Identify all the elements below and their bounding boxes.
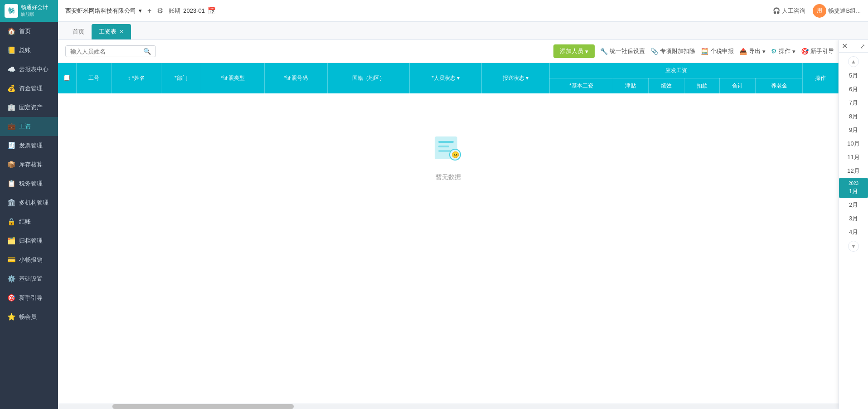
month-item-7月[interactable]: 7月 — [839, 96, 868, 110]
th-performance: 绩效 — [649, 78, 684, 94]
month-item-1月[interactable]: 20231月 — [839, 178, 868, 198]
sidebar-item-settings[interactable]: ⚙️基础设置 — [0, 269, 58, 288]
multi-org-icon: 🏛️ — [7, 199, 15, 207]
home-icon: 🏠 — [7, 27, 15, 35]
add-person-btn[interactable]: 添加人员 ▾ — [553, 44, 595, 58]
month-item-11月[interactable]: 11月 — [839, 151, 868, 164]
panel-close-btn[interactable]: ✕ — [842, 42, 848, 50]
export-btn[interactable]: 📤 导出 ▾ — [739, 47, 766, 55]
export-icon: 📤 — [739, 48, 747, 55]
cloud-report-icon: ☁️ — [7, 65, 15, 73]
social-security-btn[interactable]: 🔧 统一社保设置 — [600, 47, 645, 55]
extra-deduct-icon: 📎 — [650, 48, 658, 55]
th-cert-type: *证照类型 — [201, 63, 265, 93]
operation-btn[interactable]: ⚙ 操作 ▾ — [771, 47, 795, 55]
sidebar-item-fund[interactable]: 💰资金管理 — [0, 79, 58, 98]
svg-rect-2 — [438, 146, 449, 147]
empty-text: 暂无数据 — [436, 173, 461, 181]
month-item-10月[interactable]: 10月 — [839, 137, 868, 151]
month-nav-up[interactable]: ▲ — [848, 56, 859, 67]
sidebar-item-cloud-report[interactable]: ☁️云报表中心 — [0, 60, 58, 79]
close-icon: 🔒 — [7, 218, 15, 226]
th-salary-group: 应发工资 — [549, 63, 802, 78]
month-nav-down[interactable]: ▼ — [848, 241, 859, 252]
sidebar-item-fixed-assets[interactable]: 🏢固定资产 — [0, 98, 58, 117]
sidebar-item-label-inventory: 库存核算 — [19, 161, 43, 169]
fixed-assets-icon: 🏢 — [7, 103, 15, 112]
sidebar-item-tax[interactable]: 📋税务管理 — [0, 174, 58, 193]
th-pension: 养老金 — [756, 78, 803, 94]
settings-btn[interactable]: ⚙ — [157, 6, 163, 15]
sidebar-item-label-multi-org: 多机构管理 — [19, 199, 48, 207]
sidebar-item-archive[interactable]: 🗂️归档管理 — [0, 231, 58, 250]
svg-text:😐: 😐 — [451, 151, 460, 159]
table-header-row1: 工号 ↕ *姓名 *部门 *证照类型 *证照号码 国籍（地区） *人员状态 ▾ … — [58, 63, 839, 78]
company-dropdown-icon: ▾ — [139, 7, 142, 14]
month-list: ▲ 5月6月7月8月9月10月11月12月20231月2月3月4月▼ — [839, 53, 868, 409]
tab-close-salary[interactable]: ✕ — [119, 29, 124, 35]
invoice-icon: 🧾 — [7, 141, 15, 150]
personal-tax-btn[interactable]: 🧮 个税申报 — [701, 47, 734, 55]
company-selector[interactable]: 西安虾米网络科技有限公司 ▾ — [65, 7, 142, 15]
tab-salary[interactable]: 工资表 ✕ — [92, 24, 131, 39]
month-item-9月[interactable]: 9月 — [839, 123, 868, 137]
month-item-2月[interactable]: 2月 — [839, 198, 868, 212]
sidebar-item-label-ledger: 总账 — [19, 46, 31, 54]
sidebar-item-label-home: 首页 — [19, 27, 31, 35]
expense-icon: 💳 — [7, 256, 15, 264]
svg-rect-1 — [438, 141, 454, 143]
table-scrollbar[interactable] — [58, 404, 839, 409]
tab-home[interactable]: 首页 — [65, 24, 92, 39]
th-report-status[interactable]: 报送状态 ▾ — [482, 63, 550, 93]
month-item-12月[interactable]: 12月 — [839, 164, 868, 178]
fund-icon: 💰 — [7, 84, 15, 93]
select-all-checkbox[interactable] — [64, 75, 70, 81]
sidebar-item-inventory[interactable]: 📦库存核算 — [0, 155, 58, 174]
svg-rect-3 — [438, 150, 451, 152]
user-avatar: 用 — [813, 4, 826, 18]
guide-btn[interactable]: 🎯 新手引导 — [801, 47, 834, 55]
sidebar: 畅 畅通好会计 旗舰版 🏠首页📒总账☁️云报表中心💰资金管理🏢固定资产💼工资🧾发… — [0, 0, 58, 409]
month-item-3月[interactable]: 3月 — [839, 212, 868, 225]
th-allowance: 津贴 — [613, 78, 649, 94]
sidebar-item-label-member: 畅会员 — [19, 313, 37, 321]
guide-icon: 🎯 — [801, 48, 809, 55]
toolbar-right: 添加人员 ▾ 🔧 统一社保设置 📎 专项附加扣除 🧮 个税申报 📤 — [553, 44, 861, 58]
th-person-status[interactable]: *人员状态 ▾ — [409, 63, 481, 93]
support-btn[interactable]: 🎧 人工咨询 — [773, 7, 805, 15]
month-item-5月[interactable]: 5月 — [839, 69, 868, 83]
month-item-4月[interactable]: 4月 — [839, 225, 868, 239]
th-operation: 操作 — [803, 63, 839, 93]
tabbar: 首页 工资表 ✕ — [58, 22, 868, 40]
sidebar-item-ledger[interactable]: 📒总账 — [0, 41, 58, 60]
sidebar-item-invoice[interactable]: 🧾发票管理 — [0, 136, 58, 155]
sidebar-item-label-archive: 归档管理 — [19, 237, 43, 245]
search-input[interactable] — [70, 48, 141, 55]
th-number: 工号 — [76, 63, 112, 93]
search-wrap[interactable]: 🔍 — [65, 45, 156, 57]
th-dept: *部门 — [161, 63, 201, 93]
extra-deduct-btn[interactable]: 📎 专项附加扣除 — [650, 47, 695, 55]
inventory-icon: 📦 — [7, 161, 15, 169]
sidebar-item-expense[interactable]: 💳小畅报销 — [0, 250, 58, 269]
ledger-icon: 📒 — [7, 46, 15, 54]
logo-icon: 畅 — [5, 4, 18, 18]
calendar-icon[interactable]: 📅 — [208, 7, 216, 15]
month-item-6月[interactable]: 6月 — [839, 83, 868, 96]
sidebar-item-multi-org[interactable]: 🏛️多机构管理 — [0, 193, 58, 212]
sidebar-item-member[interactable]: ⭐畅会员 — [0, 307, 58, 326]
toolbar: 🔍 添加人员 ▾ 🔧 统一社保设置 📎 专项附加扣除 🧮 个税申报 — [58, 40, 868, 63]
user-label: 畅捷通B组... — [828, 7, 861, 15]
sidebar-item-close[interactable]: 🔒结账 — [0, 212, 58, 231]
th-checkbox[interactable] — [58, 63, 76, 93]
salary-table: 工号 ↕ *姓名 *部门 *证照类型 *证照号码 国籍（地区） *人员状态 ▾ … — [58, 63, 839, 93]
month-item-8月[interactable]: 8月 — [839, 110, 868, 123]
sidebar-item-guide[interactable]: 🎯新手引导 — [0, 288, 58, 307]
th-name[interactable]: ↕ *姓名 — [112, 63, 161, 93]
sidebar-nav: 🏠首页📒总账☁️云报表中心💰资金管理🏢固定资产💼工资🧾发票管理📦库存核算📋税务管… — [0, 22, 58, 409]
sidebar-item-home[interactable]: 🏠首页 — [0, 22, 58, 41]
user-menu[interactable]: 用 畅捷通B组... — [813, 4, 861, 18]
panel-expand-btn[interactable]: ⤢ — [860, 43, 865, 50]
sidebar-item-salary[interactable]: 💼工资 — [0, 117, 58, 136]
add-company-btn[interactable]: + — [147, 7, 151, 15]
